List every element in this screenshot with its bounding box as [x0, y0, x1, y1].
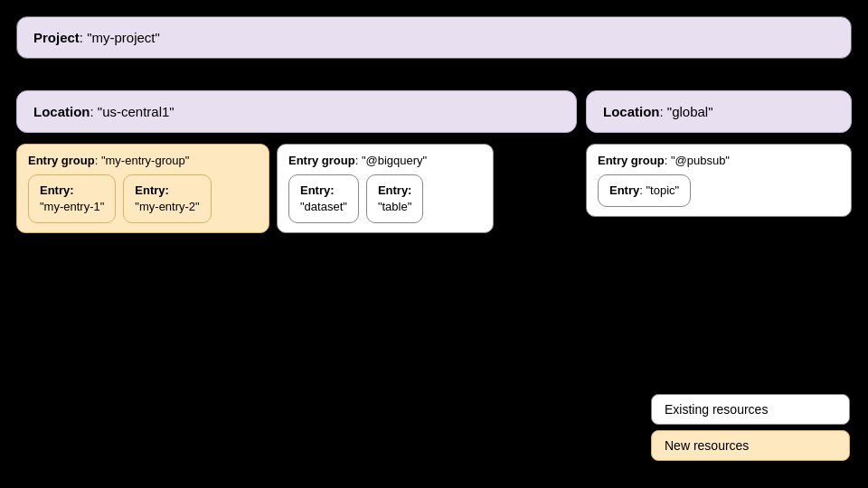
- legend-new-label: New resources: [665, 438, 749, 453]
- location-value-left: "us-central1": [98, 104, 175, 119]
- legend-new-box: New resources: [651, 430, 850, 461]
- legend-existing-box: Existing resources: [651, 394, 850, 425]
- legend-existing: Existing resources: [651, 394, 850, 425]
- location-label-left: Location: [33, 104, 90, 119]
- legend-existing-label: Existing resources: [665, 402, 768, 417]
- entry-table: Entry: "table": [366, 174, 424, 223]
- project-value: "my-project": [87, 30, 160, 45]
- location-box-us-central1: Location: "us-central1": [16, 90, 577, 133]
- legend-new: New resources: [651, 430, 850, 461]
- location-box-global: Location: "global": [586, 90, 852, 133]
- entry-my-entry-1: Entry: "my-entry-1": [28, 174, 116, 223]
- legend: Existing resources New resources: [651, 394, 850, 461]
- entry-group-bigquery: Entry group: "@bigquery" Entry: "dataset…: [277, 144, 494, 233]
- entry-my-entry-2: Entry: "my-entry-2": [123, 174, 211, 223]
- location-label-right: Location: [603, 104, 660, 119]
- entry-topic: Entry: "topic": [598, 174, 691, 207]
- entry-group-my-entry-group: Entry group: "my-entry-group" Entry: "my…: [16, 144, 269, 233]
- entry-group-pubsub: Entry group: "@pubsub" Entry: "topic": [586, 144, 852, 217]
- entry-dataset: Entry: "dataset": [288, 174, 359, 223]
- project-box: Project: "my-project": [16, 16, 852, 59]
- location-value-right: "global": [667, 104, 713, 119]
- project-label: Project: [33, 30, 80, 45]
